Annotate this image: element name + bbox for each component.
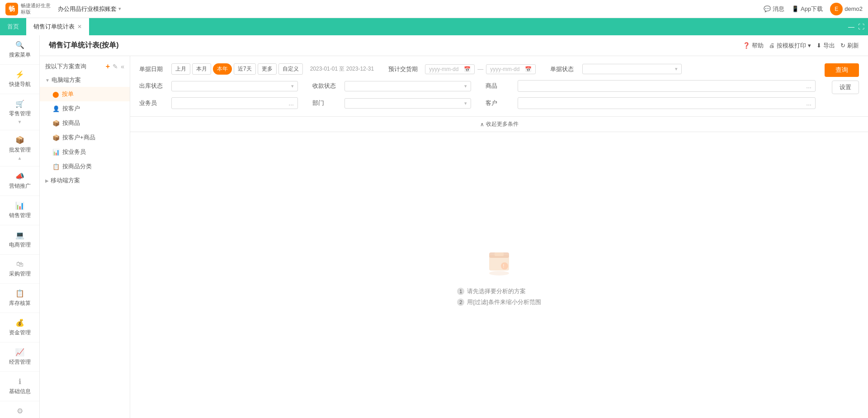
tab-expand-icon[interactable]: ⛶ — [858, 23, 864, 30]
sidebar-item-wholesale-label: 批发管理 — [9, 146, 31, 154]
customer-label: 客户 — [486, 99, 510, 107]
scheme-group-pc-label: 电脑端方案 — [52, 76, 81, 84]
predicted-date-start-placeholder: yyyy-mm-dd — [429, 66, 458, 72]
by-product-icon: 📦 — [52, 120, 60, 127]
by-salesperson-icon: 📊 — [52, 149, 60, 156]
sidebar-item-purchase[interactable]: 🛍 采购管理 — [0, 255, 39, 284]
status-select[interactable]: ▾ — [582, 64, 682, 74]
username: demo2 — [844, 5, 863, 12]
finance-icon: 💰 — [15, 318, 24, 327]
calendar-end-icon: 📅 — [525, 66, 532, 72]
collapse-button[interactable]: ∧ 收起更多条件 — [480, 120, 519, 128]
scheme-item-by-salesperson[interactable]: 📊 按业务员 — [40, 145, 130, 159]
print-icon: 🖨 — [769, 42, 775, 49]
customer-select[interactable]: ... — [518, 97, 816, 109]
scheme-item-by-category[interactable]: 📋 按商品分类 — [40, 159, 130, 174]
retail-icon: 🛒 — [15, 100, 24, 108]
sidebar-item-operations-label: 经营管理 — [9, 358, 31, 366]
filter-panel: 单据日期 上月 本月 本年 近7天 更多 自定义 2023-01-01 至 20… — [130, 56, 868, 418]
scheme-item-by-order[interactable]: ⬤ 按单 — [40, 87, 130, 101]
scheme-collapse-icon[interactable]: « — [121, 63, 124, 70]
salesperson-more-icon[interactable]: ... — [288, 100, 294, 107]
sidebar-item-quick-nav[interactable]: ⚡ 快捷导航 — [0, 65, 39, 94]
help-button[interactable]: ❓ 帮助 — [743, 42, 764, 50]
empty-state-icon: ! — [481, 242, 517, 279]
goods-select[interactable]: ... — [518, 80, 816, 92]
scheme-edit-icon[interactable]: ✎ — [113, 63, 118, 70]
user-menu[interactable]: E demo2 — [830, 3, 863, 15]
filter-right-buttons: 查询 设置 — [823, 63, 859, 94]
wholesale-expand-icon: ▲ — [18, 156, 22, 161]
sidebar-item-search-menu[interactable]: 🔍 搜索菜单 — [0, 35, 39, 65]
sidebar-item-ecommerce[interactable]: 💻 电商管理 — [0, 225, 39, 255]
date-btn-custom[interactable]: 自定义 — [278, 63, 303, 75]
tab-stats[interactable]: 销售订单统计表 ✕ — [26, 18, 89, 35]
dept-select[interactable]: ▾ — [344, 98, 471, 109]
sidebar-item-system[interactable]: ⚙ 系统管理 — [0, 401, 39, 418]
predicted-date-start-input[interactable]: yyyy-mm-dd 📅 — [425, 64, 475, 74]
print-button[interactable]: 🖨 按模板打印 ▾ — [769, 42, 811, 50]
out-status-select[interactable]: ▾ — [171, 81, 298, 91]
refresh-button[interactable]: ↻ 刷新 — [840, 42, 859, 50]
sidebar-item-purchase-label: 采购管理 — [9, 270, 31, 278]
sidebar-item-finance-label: 资金管理 — [9, 329, 31, 337]
export-icon: ⬇ — [816, 42, 821, 49]
scheme-item-by-customer-label: 按客户 — [62, 104, 80, 113]
tab-minimize-icon[interactable]: — — [848, 23, 854, 30]
scheme-group-mobile-label: 移动端方案 — [51, 176, 80, 185]
status-chevron-icon: ▾ — [675, 66, 678, 72]
retail-expand-icon: ▼ — [18, 119, 22, 124]
sidebar-item-marketing[interactable]: 📣 营销推广 — [0, 166, 39, 196]
date-btn-7days[interactable]: 近7天 — [234, 63, 256, 75]
scheme-group-pc-header[interactable]: ▼ 电脑端方案 — [40, 73, 130, 87]
scheme-item-by-customer-product[interactable]: 📦 按客户+商品 — [40, 130, 130, 145]
scheme-add-icon[interactable]: + — [106, 62, 110, 71]
predicted-date-end-input[interactable]: yyyy-mm-dd 📅 — [486, 64, 536, 74]
logo-icon: 畅 — [5, 3, 18, 15]
tip-num-1: 1 — [457, 288, 464, 295]
payment-status-select[interactable]: ▾ — [344, 81, 471, 91]
date-btn-this-month[interactable]: 本月 — [192, 63, 211, 75]
predicted-date-end-placeholder: yyyy-mm-dd — [490, 66, 519, 72]
logo-text: 畅捷通好生意标版 — [21, 3, 51, 14]
query-button[interactable]: 查询 — [825, 63, 859, 77]
tab-bar-actions: — ⛶ — [848, 23, 868, 30]
sidebar-item-basic-info[interactable]: ℹ 基础信息 — [0, 372, 39, 401]
goods-more-icon[interactable]: ... — [806, 82, 811, 90]
date-btn-last-month[interactable]: 上月 — [171, 63, 190, 75]
sidebar-item-finance[interactable]: 💰 资金管理 — [0, 313, 39, 342]
salesperson-select[interactable]: ... — [171, 97, 298, 109]
settings-button[interactable]: 设置 — [832, 81, 859, 94]
sidebar-item-wholesale[interactable]: 📦 批发管理 ▲ — [0, 130, 39, 166]
sidebar-item-search-menu-label: 搜索菜单 — [9, 51, 31, 59]
empty-tips: 1 请先选择要分析的方案 2 用[过滤]条件来缩小分析范围 — [457, 286, 541, 308]
scheme-group-mobile-header[interactable]: ▶ 移动端方案 — [40, 174, 130, 187]
by-customer-product-icon: 📦 — [52, 134, 60, 141]
collapse-bar: ∧ 收起更多条件 — [130, 117, 868, 132]
sidebar-item-sales[interactable]: 📊 销售管理 — [0, 196, 39, 225]
tab-close-icon[interactable]: ✕ — [77, 24, 82, 30]
dept-chevron-icon: ▾ — [464, 100, 467, 106]
predicted-date-group: yyyy-mm-dd 📅 — yyyy-mm-dd 📅 — [425, 64, 536, 74]
refresh-label: 刷新 — [847, 42, 859, 50]
basic-info-icon: ℹ — [19, 377, 21, 386]
content-area: 销售订单统计表(按单) ❓ 帮助 🖨 按模板打印 ▾ ⬇ 导出 ↻ 刷新 — [40, 35, 868, 418]
svg-point-4 — [501, 262, 508, 270]
customer-more-icon[interactable]: ... — [806, 100, 811, 107]
date-btn-this-year[interactable]: 本年 — [213, 63, 232, 75]
app-download-button[interactable]: 📱 App下载 — [792, 5, 823, 13]
scheme-item-by-customer[interactable]: 👤 按客户 — [40, 101, 130, 116]
date-btn-more[interactable]: 更多 — [258, 63, 277, 75]
by-customer-icon: 👤 — [52, 105, 60, 112]
export-button[interactable]: ⬇ 导出 — [816, 42, 835, 50]
scheme-item-by-product[interactable]: 📦 按商品 — [40, 116, 130, 130]
page-title: 销售订单统计表(按单) — [49, 41, 119, 50]
tab-home[interactable]: 首页 — [0, 18, 26, 35]
logo: 畅 畅捷通好生意标版 — [5, 3, 51, 15]
sidebar-item-operations[interactable]: 📈 经营管理 — [0, 342, 39, 372]
message-icon: 💬 — [764, 5, 771, 12]
message-button[interactable]: 💬 消息 — [764, 5, 784, 13]
payment-chevron-icon: ▾ — [464, 83, 467, 89]
sidebar-item-retail[interactable]: 🛒 零售管理 ▼ — [0, 94, 39, 130]
sidebar-item-inventory[interactable]: 📋 库存核算 — [0, 284, 39, 313]
